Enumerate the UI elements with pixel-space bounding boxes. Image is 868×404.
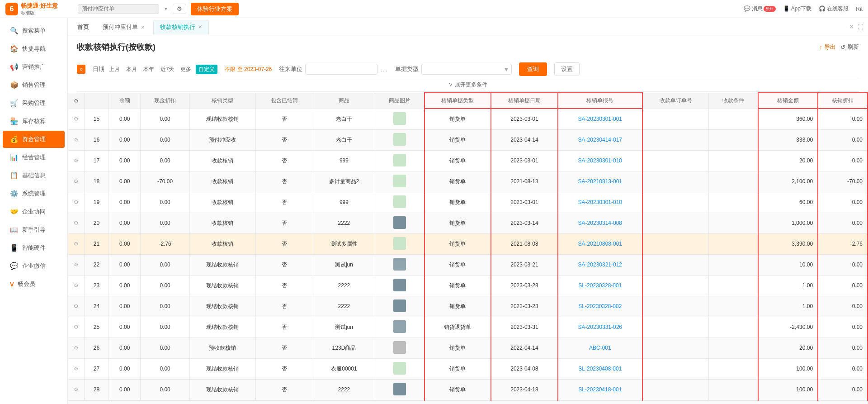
cancel-bill-no-link[interactable]: SL-20230328-001 bbox=[578, 282, 622, 289]
sidebar-item-basic[interactable]: 📋 基础信息 bbox=[3, 167, 65, 184]
td-cancel-bill-type: 销货单 bbox=[425, 109, 491, 129]
th-cancel-bill-date: 核销单据日期 bbox=[491, 93, 557, 109]
tab-prepay[interactable]: 预付冲应付单 ✕ bbox=[96, 20, 151, 34]
app-download[interactable]: 📱 App下载 bbox=[783, 5, 811, 13]
td-receipt-condition bbox=[709, 358, 758, 379]
table-area[interactable]: ⚙ 余额 现金折扣 核销类型 包含已结清 商品 商品图片 核销单据类型 核销单据… bbox=[68, 92, 868, 404]
sidebar-item-marketing[interactable]: 📢 营销推广 bbox=[3, 58, 65, 76]
cancel-bill-no-link[interactable]: SL-20230408-001 bbox=[578, 366, 622, 372]
td-gear[interactable]: ⚙ bbox=[68, 337, 85, 358]
th-gear[interactable]: ⚙ bbox=[68, 93, 85, 109]
sidebar-item-wechat[interactable]: 💬 企业微信 bbox=[3, 257, 65, 275]
td-gear[interactable]: ⚙ bbox=[68, 129, 85, 150]
query-button[interactable]: 查询 bbox=[519, 62, 547, 76]
td-gear[interactable]: ⚙ bbox=[68, 275, 85, 296]
cancel-bill-no-link[interactable]: SA-20230301-010 bbox=[578, 157, 622, 164]
td-gear[interactable]: ⚙ bbox=[68, 254, 85, 275]
refresh-button[interactable]: ↺ 刷新 bbox=[840, 43, 859, 51]
date-btn-more[interactable]: 更多 bbox=[179, 65, 193, 74]
sidebar-item-collab[interactable]: 🤝 企业协同 bbox=[3, 203, 65, 220]
td-row-num: 22 bbox=[85, 254, 109, 275]
td-goods-img bbox=[375, 150, 425, 171]
sidebar-item-guide[interactable]: 📖 新手引导 bbox=[3, 221, 65, 238]
cancel-bill-no-link[interactable]: SL-20230418-001 bbox=[578, 386, 622, 393]
td-gear[interactable]: ⚙ bbox=[68, 379, 85, 400]
td-cancel-bill-no[interactable]: SL-20230408-001 bbox=[558, 358, 642, 379]
industry-button[interactable]: 休验行业方案 bbox=[191, 3, 239, 15]
expand-filter-button[interactable]: » bbox=[77, 65, 85, 74]
sidebar-item-member[interactable]: V 畅会员 bbox=[3, 276, 65, 293]
receipt-type-select[interactable] bbox=[421, 64, 512, 75]
td-cancel-bill-type: 销货退货单 bbox=[425, 317, 491, 337]
td-cancel-bill-no[interactable]: SA-20230301-010 bbox=[558, 150, 642, 171]
cancel-bill-no-link[interactable]: SA-20230414-017 bbox=[578, 137, 622, 143]
td-gear[interactable]: ⚙ bbox=[68, 192, 85, 213]
td-cancel-bill-no[interactable]: SL-20230418-001 bbox=[558, 379, 642, 400]
user-name[interactable]: Rit bbox=[856, 6, 863, 12]
tab-home[interactable]: 首页 bbox=[72, 20, 94, 34]
td-gear[interactable]: ⚙ bbox=[68, 213, 85, 233]
cancel-bill-no-link[interactable]: ABC-001 bbox=[589, 345, 611, 351]
td-cancel-bill-no[interactable]: ABC-001 bbox=[558, 337, 642, 358]
dropdown-arrow-icon[interactable]: ▼ bbox=[164, 6, 168, 11]
td-cancel-bill-no[interactable]: SA-20210808-001 bbox=[558, 233, 642, 254]
td-cancel-bill-no[interactable]: SA-20230301-001 bbox=[558, 109, 642, 129]
cancel-bill-no-link[interactable]: SA-20230314-008 bbox=[578, 220, 622, 226]
tab-prepay-close[interactable]: ✕ bbox=[141, 24, 145, 30]
online-service[interactable]: 🎧 在线客服 bbox=[819, 5, 849, 13]
sidebar-item-system[interactable]: ⚙️ 系统管理 bbox=[3, 185, 65, 202]
td-gear[interactable]: ⚙ bbox=[68, 150, 85, 171]
td-gear[interactable]: ⚙ bbox=[68, 317, 85, 337]
breadcrumb-input[interactable] bbox=[78, 4, 159, 14]
settings-button[interactable]: 设置 bbox=[554, 62, 580, 76]
td-gear[interactable]: ⚙ bbox=[68, 109, 85, 129]
cancel-bill-no-link[interactable]: SA-20230331-026 bbox=[578, 324, 622, 330]
page-title-actions: ↑ 导出 ↺ 刷新 bbox=[820, 43, 859, 51]
table-row: ⚙ 15 0.00 0.00 现结收款核销 否 老白干 销货单 2023-03-… bbox=[68, 109, 868, 129]
close-window-icon[interactable]: ✕ bbox=[849, 24, 854, 30]
td-cancel-bill-no[interactable]: SL-20230328-002 bbox=[558, 296, 642, 317]
td-gear[interactable]: ⚙ bbox=[68, 233, 85, 254]
sidebar-item-inventory[interactable]: 🏪 库存核算 bbox=[3, 113, 65, 130]
td-cancel-bill-no[interactable]: SA-20230331-026 bbox=[558, 317, 642, 337]
cancel-bill-no-link[interactable]: SL-20230328-002 bbox=[578, 303, 622, 309]
cancel-bill-no-link[interactable]: SA-20210808-001 bbox=[578, 241, 622, 247]
sidebar-item-hardware[interactable]: 📱 智能硬件 bbox=[3, 239, 65, 257]
from-unit-input[interactable] bbox=[305, 64, 377, 75]
tab-receipt-cancel-close[interactable]: ✕ bbox=[198, 24, 202, 30]
sidebar-item-quicknav[interactable]: 🏠 快捷导航 bbox=[3, 40, 65, 57]
data-table: ⚙ 余额 现金折扣 核销类型 包含已结清 商品 商品图片 核销单据类型 核销单据… bbox=[68, 92, 868, 404]
date-btn-last-month[interactable]: 上月 bbox=[107, 65, 122, 74]
sidebar-item-sales[interactable]: 📦 销售管理 bbox=[3, 76, 65, 94]
td-cancel-bill-no[interactable]: SA-20210813-001 bbox=[558, 171, 642, 192]
td-gear[interactable]: ⚙ bbox=[68, 296, 85, 317]
cancel-bill-no-link[interactable]: SA-20230321-012 bbox=[578, 261, 622, 268]
date-btn-this-year[interactable]: 本年 bbox=[142, 65, 156, 74]
date-btn-this-month[interactable]: 本月 bbox=[124, 65, 139, 74]
sidebar-item-purchase[interactable]: 🛒 采购管理 bbox=[3, 95, 65, 112]
expand-conditions-button[interactable]: ∨ 展开更多条件 bbox=[77, 78, 859, 91]
td-gear[interactable]: ⚙ bbox=[68, 171, 85, 192]
gear-button[interactable]: ⚙ bbox=[173, 4, 186, 14]
cancel-bill-no-link[interactable]: SA-20230301-010 bbox=[578, 199, 622, 205]
sidebar-item-finance[interactable]: 💰 资金管理 bbox=[3, 131, 65, 148]
tab-receipt-cancel[interactable]: 收款核销执行 ✕ bbox=[153, 20, 209, 34]
maximize-icon[interactable]: ⛶ bbox=[858, 24, 863, 30]
date-btn-custom[interactable]: 自定义 bbox=[196, 65, 217, 74]
td-cancel-bill-no[interactable]: SA-20230414-017 bbox=[558, 129, 642, 150]
sidebar-item-search[interactable]: 🔍 搜索菜单 bbox=[3, 22, 65, 39]
cancel-bill-no-link[interactable]: SA-20230301-001 bbox=[578, 116, 622, 122]
td-cancel-bill-no[interactable]: SA-20230314-008 bbox=[558, 213, 642, 233]
td-cancel-bill-no[interactable]: SA-20230301-010 bbox=[558, 192, 642, 213]
sidebar-item-business[interactable]: 📊 经营管理 bbox=[3, 149, 65, 166]
td-cancel-bill-no[interactable]: SA-20230321-012 bbox=[558, 254, 642, 275]
brand-name: 畅捷通·好生意 bbox=[21, 2, 58, 10]
date-btn-7days[interactable]: 近7天 bbox=[159, 65, 176, 74]
th-cancel-bill-type: 核销单据类型 bbox=[425, 93, 491, 109]
td-gear[interactable]: ⚙ bbox=[68, 358, 85, 379]
goods-img-placeholder bbox=[393, 320, 406, 333]
msg-area[interactable]: 💬 消息99+ bbox=[744, 5, 776, 13]
export-button[interactable]: ↑ 导出 bbox=[820, 43, 836, 51]
cancel-bill-no-link[interactable]: SA-20210813-001 bbox=[578, 178, 622, 185]
td-cancel-bill-no[interactable]: SL-20230328-001 bbox=[558, 275, 642, 296]
